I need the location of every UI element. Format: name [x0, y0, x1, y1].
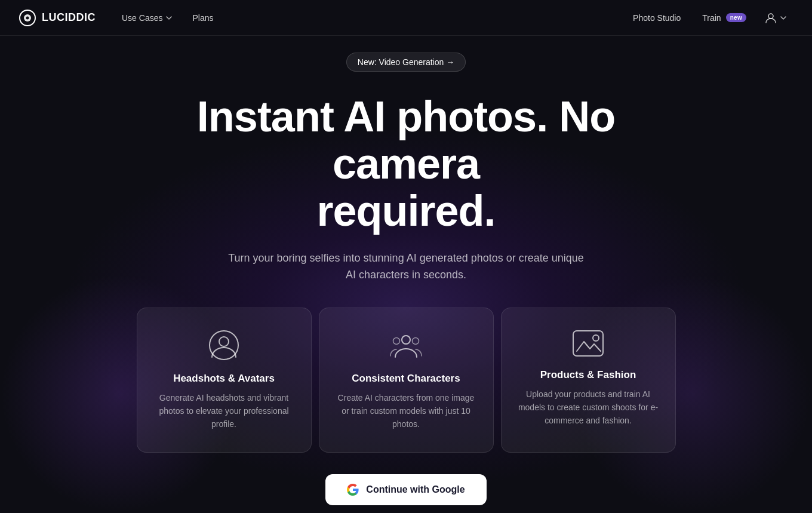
hero-title: Instant AI photos. No camera required.: [137, 93, 675, 235]
svg-point-6: [402, 336, 410, 344]
user-icon: [764, 11, 777, 24]
svg-rect-9: [573, 331, 603, 356]
headshots-icon: [208, 330, 239, 361]
plans-label: Plans: [192, 13, 213, 23]
use-cases-label: Use Cases: [122, 13, 162, 23]
svg-point-2: [26, 16, 29, 19]
card-characters: Consistent Characters Create AI characte…: [319, 308, 494, 453]
new-badge: new: [726, 13, 746, 22]
characters-title: Consistent Characters: [352, 373, 460, 385]
characters-desc: Create AI characters from one image or t…: [336, 392, 476, 431]
characters-icon: [389, 330, 423, 361]
chevron-down-icon: [165, 14, 173, 22]
nav-user-menu[interactable]: [758, 8, 793, 28]
headshots-title: Headshots & Avatars: [173, 373, 275, 385]
products-icon: [572, 330, 604, 357]
nav-use-cases[interactable]: Use Cases: [115, 10, 180, 26]
hero-subtitle: Turn your boring selfies into stunning A…: [227, 250, 585, 284]
chevron-down-user-icon: [780, 14, 787, 21]
video-generation-banner[interactable]: New: Video Generation →: [346, 53, 466, 72]
products-desc: Upload your products and train AI models…: [518, 388, 659, 427]
logo[interactable]: LUCIDDIC: [19, 10, 96, 26]
nav-photo-studio[interactable]: Photo Studio: [623, 10, 690, 26]
svg-point-10: [593, 335, 599, 341]
feature-cards: Headshots & Avatars Generate AI headshot…: [137, 308, 676, 453]
card-headshots: Headshots & Avatars Generate AI headshot…: [137, 308, 312, 453]
products-title: Products & Fashion: [540, 369, 636, 381]
svg-point-4: [210, 331, 238, 360]
navbar: LUCIDDIC Use Cases Plans Photo Studio Tr…: [0, 0, 812, 36]
navbar-left: LUCIDDIC Use Cases Plans: [19, 10, 221, 26]
svg-point-7: [393, 338, 400, 345]
logo-text: LUCIDDIC: [42, 11, 96, 24]
nav-plans[interactable]: Plans: [185, 10, 220, 26]
card-products: Products & Fashion Upload your products …: [501, 308, 676, 453]
svg-point-5: [219, 337, 229, 346]
google-icon: [347, 484, 359, 496]
main-content: New: Video Generation → Instant AI photo…: [0, 36, 812, 513]
continue-with-google-button[interactable]: Continue with Google: [325, 474, 486, 505]
svg-point-3: [768, 14, 773, 19]
navbar-right: Photo Studio Train new: [623, 8, 793, 28]
svg-point-8: [413, 338, 419, 345]
headshots-desc: Generate AI headshots and vibrant photos…: [154, 392, 294, 431]
logo-icon: [19, 10, 36, 26]
nav-train[interactable]: Train new: [695, 10, 753, 26]
nav-links: Use Cases Plans: [115, 10, 221, 26]
